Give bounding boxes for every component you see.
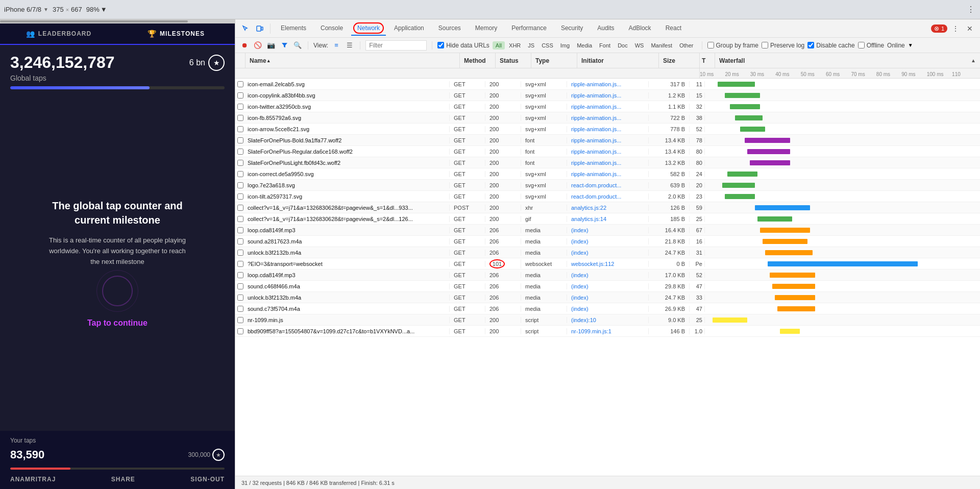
offline-label[interactable]: Offline xyxy=(858,42,884,49)
row-checkbox[interactable] xyxy=(235,328,246,334)
row-checkbox[interactable] xyxy=(235,283,246,289)
clear-button[interactable]: 🚫 xyxy=(253,40,263,51)
tab-elements[interactable]: Elements xyxy=(275,21,312,36)
table-row[interactable]: icon-twitter.a32950cb.svg GET 200 svg+xm… xyxy=(235,101,980,112)
tab-network[interactable]: Network xyxy=(351,21,386,36)
preserve-log-label[interactable]: Preserve log xyxy=(762,42,804,49)
initiator-cell[interactable]: (index) xyxy=(567,238,649,244)
row-checkbox[interactable] xyxy=(235,216,246,222)
table-row[interactable]: collect?v=1&_v=j71&a=1326830628&t=pagevi… xyxy=(235,202,980,213)
row-checkbox[interactable] xyxy=(235,137,246,143)
initiator-cell[interactable]: ripple-animation.js... xyxy=(567,115,649,121)
table-row[interactable]: collect?v=1&_v=j71&a=1326830628&t=pagevi… xyxy=(235,213,980,225)
initiator-column-header[interactable]: Initiator xyxy=(577,53,659,68)
row-checkbox[interactable] xyxy=(235,126,246,132)
initiator-cell[interactable]: nr-1099.min.js:1 xyxy=(567,328,649,334)
initiator-cell[interactable]: ripple-animation.js... xyxy=(567,171,649,177)
device-selector[interactable]: iPhone 6/7/8 ▼ xyxy=(4,6,48,13)
initiator-cell[interactable]: (index) xyxy=(567,272,649,278)
initiator-cell[interactable]: analytics.js:22 xyxy=(567,205,649,211)
signout-button[interactable]: SIGN-OUT xyxy=(190,476,225,483)
row-checkbox[interactable] xyxy=(235,81,246,87)
table-row[interactable]: icon-copylink.a83bf4bb.svg GET 200 svg+x… xyxy=(235,90,980,101)
table-row[interactable]: SlateForOnePlus-Regular.da6ce168.woff2 G… xyxy=(235,146,980,157)
initiator-cell[interactable]: ripple-animation.js... xyxy=(567,104,649,110)
row-checkbox[interactable] xyxy=(235,149,246,155)
share-button[interactable]: SHARE xyxy=(111,476,135,483)
filter-button[interactable] xyxy=(279,40,289,51)
filter-doc-button[interactable]: Doc xyxy=(615,41,631,50)
status-column-header[interactable]: Status xyxy=(496,53,531,68)
preserve-log-checkbox[interactable] xyxy=(762,42,768,48)
table-row[interactable]: sound.a2817623.m4a GET 206 media (index)… xyxy=(235,236,980,247)
table-row[interactable]: loop.cda8149f.mp3 GET 206 media (index) … xyxy=(235,225,980,236)
row-checkbox[interactable] xyxy=(235,295,246,301)
row-checkbox[interactable] xyxy=(235,250,246,256)
row-checkbox[interactable] xyxy=(235,205,246,211)
filter-other-button[interactable]: Other xyxy=(676,41,697,50)
row-checkbox[interactable] xyxy=(235,261,246,267)
view-table-icon[interactable]: ≡ xyxy=(331,40,341,51)
initiator-cell[interactable]: react-dom.product... xyxy=(567,193,649,200)
tab-sources[interactable]: Sources xyxy=(432,21,467,36)
initiator-cell[interactable]: (index) xyxy=(567,283,649,289)
filter-manifest-button[interactable]: Manifest xyxy=(648,41,675,50)
table-row[interactable]: sound.c73f5704.m4a GET 206 media (index)… xyxy=(235,303,980,314)
table-row[interactable]: unlock.b3f2132b.m4a GET 206 media (index… xyxy=(235,247,980,258)
filter-css-button[interactable]: CSS xyxy=(538,41,556,50)
tab-audits[interactable]: Audits xyxy=(591,21,620,36)
size-column-header[interactable]: Size xyxy=(659,53,700,68)
table-row[interactable]: icon-fb.855792a6.svg GET 200 svg+xml rip… xyxy=(235,112,980,124)
hide-data-urls-checkbox[interactable] xyxy=(437,42,444,48)
online-dropdown-icon[interactable]: ▼ xyxy=(908,42,913,48)
more-button[interactable]: ⋮ xyxy=(967,5,976,14)
tab-milestones[interactable]: 🏆 MILESTONES xyxy=(117,23,235,44)
initiator-cell[interactable]: ripple-animation.js... xyxy=(567,137,649,143)
initiator-cell[interactable]: react-dom.product... xyxy=(567,182,649,188)
record-button[interactable]: ⏺ xyxy=(239,40,250,51)
group-by-frame-checkbox[interactable] xyxy=(707,42,714,48)
row-checkbox[interactable] xyxy=(235,104,246,110)
tap-to-continue-button[interactable]: Tap to continue xyxy=(87,319,148,328)
table-row[interactable]: SlateForOnePlus-Bold.9a1ffa77.woff2 GET … xyxy=(235,135,980,146)
camera-button[interactable]: 📷 xyxy=(266,40,276,51)
initiator-cell[interactable]: ripple-animation.js... xyxy=(567,126,649,132)
view-large-icon[interactable]: ☰ xyxy=(345,40,355,51)
tab-leaderboard[interactable]: 👥 LEADERBOARD xyxy=(0,23,117,44)
name-column-header[interactable]: Name xyxy=(246,53,460,68)
table-row[interactable]: nr-1099.min.js GET 200 script (index):10… xyxy=(235,314,980,326)
filter-ws-button[interactable]: WS xyxy=(632,41,647,50)
row-checkbox[interactable] xyxy=(235,272,246,278)
disable-cache-label[interactable]: Disable cache xyxy=(807,42,854,49)
table-row[interactable]: icon-correct.de5a9950.svg GET 200 svg+xm… xyxy=(235,168,980,180)
row-checkbox[interactable] xyxy=(235,227,246,233)
method-column-header[interactable]: Method xyxy=(460,53,496,68)
row-checkbox[interactable] xyxy=(235,238,246,244)
filter-font-button[interactable]: Font xyxy=(596,41,614,50)
devtools-close-icon[interactable]: ✕ xyxy=(964,22,976,35)
initiator-cell[interactable]: (index) xyxy=(567,250,649,256)
disable-cache-checkbox[interactable] xyxy=(807,42,814,48)
initiator-cell[interactable]: ripple-animation.js... xyxy=(567,92,649,99)
table-row[interactable]: unlock.b3f2132b.m4a GET 206 media (index… xyxy=(235,292,980,303)
tab-adblock[interactable]: AdBlock xyxy=(623,21,657,36)
filter-js-button[interactable]: JS xyxy=(525,41,537,50)
table-row[interactable]: SlateForOnePlusLight.fb0fd43c.woff2 GET … xyxy=(235,157,980,168)
filter-xhr-button[interactable]: XHR xyxy=(506,41,524,50)
table-row[interactable]: icon-arrow.5cce8c21.svg GET 200 svg+xml … xyxy=(235,124,980,135)
row-checkbox[interactable] xyxy=(235,193,246,200)
initiator-cell[interactable]: websocket.js:112 xyxy=(567,261,649,267)
table-row[interactable]: bbd909ff58?a=155054807&v=1099.d27c17c&to… xyxy=(235,326,980,337)
tab-console[interactable]: Console xyxy=(314,21,349,36)
initiator-cell[interactable]: ripple-animation.js... xyxy=(567,81,649,87)
table-row[interactable]: icon-tilt.a2597317.svg GET 200 svg+xml r… xyxy=(235,191,980,202)
table-row[interactable]: icon-email.2elcab5.svg GET 200 svg+xml r… xyxy=(235,79,980,90)
row-checkbox[interactable] xyxy=(235,160,246,166)
filter-media-button[interactable]: Media xyxy=(574,41,595,50)
initiator-cell[interactable]: ripple-animation.js... xyxy=(567,149,649,155)
row-checkbox[interactable] xyxy=(235,115,246,121)
initiator-cell[interactable]: ripple-animation.js... xyxy=(567,160,649,166)
row-checkbox[interactable] xyxy=(235,317,246,323)
filter-all-button[interactable]: All xyxy=(493,41,505,50)
initiator-cell[interactable]: analytics.js:14 xyxy=(567,216,649,222)
